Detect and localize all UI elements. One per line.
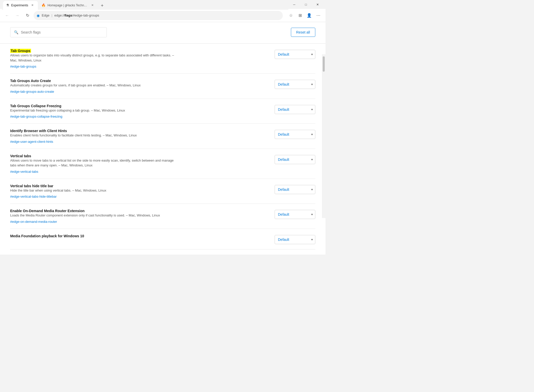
tab-ghacks-close[interactable]: ✕	[90, 3, 95, 8]
reset-all-label: Reset all	[296, 30, 310, 34]
flag-select-media-foundation-playback[interactable]: DefaultEnabledDisabled	[275, 235, 315, 244]
close-button[interactable]: ✕	[312, 0, 323, 9]
back-button[interactable]: ←	[3, 11, 11, 20]
tabs-bar: ⚗ Experiments ✕ 🔥 Homepage | gHacks Tech…	[2, 0, 288, 10]
flag-content: Tab Groups Auto Create Automatically cre…	[10, 79, 264, 93]
profile-icon: 👤	[307, 13, 312, 18]
url-suffix: /#edge-tab-groups	[72, 13, 99, 17]
flag-select-identify-browser-client-hints[interactable]: DefaultEnabledDisabled	[275, 130, 315, 139]
menu-button[interactable]: ⋯	[314, 11, 322, 20]
flag-link[interactable]: #edge-tab-groups-auto-create	[10, 90, 54, 93]
flag-title: Tab Groups Auto Create	[10, 79, 51, 83]
flag-item-enable-on-demand-media-router: Enable On-Demand Media Router Extension …	[10, 204, 315, 229]
flag-select-wrapper: DefaultEnabledDisabled	[275, 80, 315, 89]
maximize-icon: □	[305, 3, 307, 6]
flag-select-wrapper: DefaultEnabledDisabled	[275, 235, 315, 244]
flag-desc: Hide the title bar when using vertical t…	[10, 188, 175, 193]
forward-button[interactable]: →	[13, 11, 21, 20]
tab-ghacks[interactable]: 🔥 Homepage | gHacks Technology ✕	[38, 1, 98, 10]
flag-select-wrapper: DefaultEnabledDisabled	[275, 185, 315, 194]
flag-link[interactable]: #edge-vertical-tabs-hide-titlebar	[10, 195, 57, 198]
favorites-button[interactable]: ☆	[287, 11, 295, 20]
back-icon: ←	[5, 13, 9, 18]
flag-desc: Allows users to move tabs to a vertical …	[10, 158, 175, 168]
close-icon: ✕	[316, 3, 319, 6]
flag-link[interactable]: #edge-tab-groups-collapse-freezing	[10, 115, 62, 118]
flag-control: DefaultEnabledDisabled	[275, 80, 315, 89]
search-input[interactable]	[21, 30, 103, 34]
flag-select-wrapper: DefaultEnabledDisabled	[275, 50, 315, 59]
flag-title: Tab Groups Collapse Freezing	[10, 104, 61, 108]
url-highlight: flags	[65, 13, 72, 17]
forward-icon: →	[15, 13, 19, 18]
flag-title: Media Foundation playback for Windows 10	[10, 234, 84, 238]
window-controls: ─ □ ✕	[288, 0, 323, 9]
scrollbar[interactable]	[322, 54, 325, 218]
flag-link[interactable]: #edge-vertical-tabs	[10, 170, 38, 174]
search-icon: 🔍	[14, 30, 18, 34]
content-area: 🔍 Reset all Tab Groups Allows users to o…	[0, 22, 325, 255]
reset-all-button[interactable]: Reset all	[291, 28, 315, 37]
flag-select-vertical-tabs[interactable]: DefaultEnabledDisabled	[275, 155, 315, 164]
flag-control: DefaultEnabledDisabled	[275, 185, 315, 194]
edge-label: Edge	[42, 13, 49, 17]
flag-item-vertical-tabs-hide-title-bar: Vertical tabs hide title bar Hide the ti…	[10, 179, 315, 204]
flag-desc: Allows users to organize tabs into visua…	[10, 53, 175, 63]
flags-list: Tab Groups Allows users to organize tabs…	[0, 44, 325, 249]
search-area: 🔍 Reset all	[0, 27, 325, 44]
menu-icon: ⋯	[316, 13, 320, 18]
flag-title: Identify Browser with Client Hints	[10, 129, 67, 133]
address-box[interactable]: ◉ Edge | edge://flags/#edge-tab-groups	[34, 11, 283, 20]
flag-control: DefaultEnabledDisabled	[275, 130, 315, 139]
address-url: edge://flags/#edge-tab-groups	[54, 13, 99, 17]
flag-link[interactable]: #edge-tab-groups	[10, 65, 36, 68]
flag-item-media-foundation-playback: Media Foundation playback for Windows 10…	[10, 229, 315, 249]
collections-button[interactable]: ⊞	[296, 11, 304, 20]
flag-desc: Enables client hints functionality to fa…	[10, 133, 175, 138]
flag-select-wrapper: DefaultEnabledDisabled	[275, 155, 315, 164]
tab-experiments[interactable]: ⚗ Experiments ✕	[3, 1, 38, 10]
flag-select-tab-groups-auto-create[interactable]: DefaultEnabledDisabled	[275, 80, 315, 89]
flag-item-vertical-tabs: Vertical tabs Allows users to move tabs …	[10, 149, 315, 179]
flag-item-identify-browser-client-hints: Identify Browser with Client Hints Enabl…	[10, 124, 315, 149]
flag-select-tab-groups[interactable]: DefaultEnabledDisabled	[275, 50, 315, 59]
collections-icon: ⊞	[299, 13, 302, 18]
flag-content: Identify Browser with Client Hints Enabl…	[10, 129, 264, 144]
address-text: Edge | edge://flags/#edge-tab-groups	[42, 13, 99, 17]
flag-content: Vertical tabs Allows users to move tabs …	[10, 154, 264, 174]
minimize-button[interactable]: ─	[288, 0, 300, 9]
flag-select-vertical-tabs-hide-title-bar[interactable]: DefaultEnabledDisabled	[275, 185, 315, 194]
flag-select-enable-on-demand-media-router[interactable]: DefaultEnabledDisabled	[275, 210, 315, 219]
refresh-button[interactable]: ↻	[23, 11, 32, 20]
profile-button[interactable]: 👤	[305, 11, 313, 20]
flag-link[interactable]: #edge-on-demand-media-router	[10, 220, 57, 224]
url-prefix: edge://	[54, 13, 65, 17]
flag-item-tab-groups-auto-create: Tab Groups Auto Create Automatically cre…	[10, 74, 315, 99]
flag-content: Media Foundation playback for Windows 10	[10, 234, 264, 238]
flag-title: Enable On-Demand Media Router Extension	[10, 209, 85, 213]
new-tab-button[interactable]: +	[98, 2, 106, 10]
favorites-icon: ☆	[289, 13, 293, 18]
maximize-button[interactable]: □	[300, 0, 312, 9]
flag-content: Enable On-Demand Media Router Extension …	[10, 209, 264, 224]
flag-title: Tab Groups	[10, 49, 31, 53]
tab-experiments-close[interactable]: ✕	[30, 3, 35, 8]
flag-desc: Loads the Media Router component extensi…	[10, 213, 175, 218]
flag-control: DefaultEnabledDisabled	[275, 105, 315, 114]
flag-control: DefaultEnabledDisabled	[275, 50, 315, 59]
search-box[interactable]: 🔍	[10, 27, 107, 37]
tab-experiments-label: Experiments	[11, 4, 28, 7]
flag-link[interactable]: #edge-user-agent-client-hints	[10, 140, 53, 144]
flag-select-tab-groups-collapse-freezing[interactable]: DefaultEnabledDisabled	[275, 105, 315, 114]
flag-select-wrapper: DefaultEnabledDisabled	[275, 105, 315, 114]
new-tab-icon: +	[101, 3, 103, 8]
tab-ghacks-icon: 🔥	[41, 3, 46, 7]
toolbar-icons: ☆ ⊞ 👤 ⋯	[287, 11, 322, 20]
flag-item-tab-groups-collapse-freezing: Tab Groups Collapse Freezing Experimenta…	[10, 99, 315, 124]
flag-title: Vertical tabs hide title bar	[10, 184, 53, 188]
flag-item-tab-groups: Tab Groups Allows users to organize tabs…	[10, 44, 315, 74]
flag-content: Vertical tabs hide title bar Hide the ti…	[10, 184, 264, 199]
scrollbar-thumb[interactable]	[323, 56, 325, 72]
flag-select-wrapper: DefaultEnabledDisabled	[275, 210, 315, 219]
flag-control: DefaultEnabledDisabled	[275, 210, 315, 219]
